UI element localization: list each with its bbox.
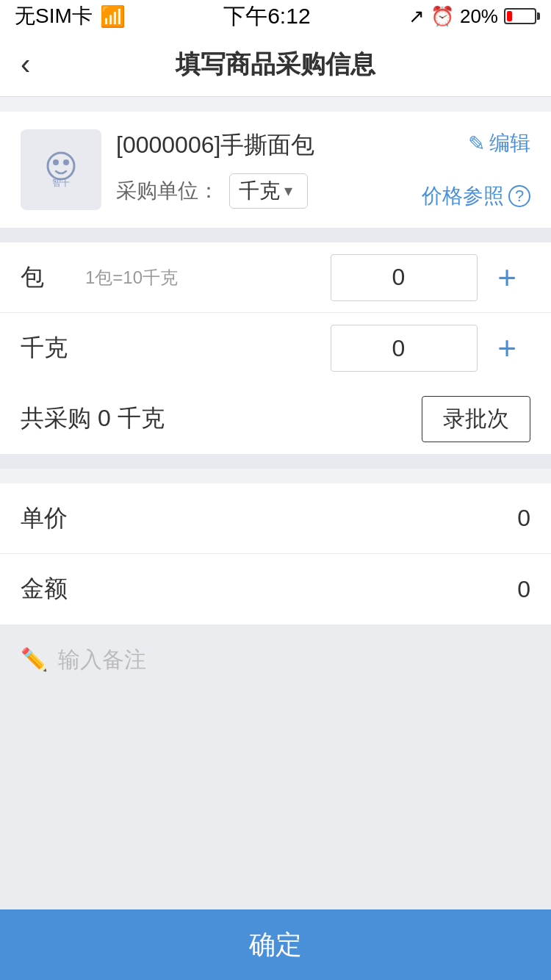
- amount-row: 金额 0: [0, 554, 551, 624]
- alarm-icon: ⏰: [431, 5, 454, 28]
- status-bar: 无SIM卡 📶 下午6:12 ↗ ⏰ 20%: [0, 0, 551, 32]
- page-title: 填写商品采购信息: [176, 48, 375, 82]
- unit-price-label: 单价: [21, 502, 68, 535]
- battery-percent: 20%: [460, 5, 498, 28]
- bag-sublabel: 1包=10千克: [85, 266, 331, 289]
- amount-label: 金额: [21, 573, 68, 605]
- section-divider-1: [0, 228, 551, 242]
- bag-input-row: 包 1包=10千克 +: [0, 242, 551, 313]
- wifi-icon: 📶: [100, 4, 126, 29]
- summary-row: 共采购 0 千克 录批次: [0, 383, 551, 454]
- unit-value: 千克: [239, 177, 280, 205]
- section-divider-2: [0, 454, 551, 469]
- kg-input[interactable]: [331, 325, 478, 372]
- bag-field-wrap: +: [331, 254, 530, 301]
- kg-input-row: 千克 +: [0, 313, 551, 383]
- nav-bar: ‹ 填写商品采购信息: [0, 32, 551, 97]
- svg-point-1: [53, 159, 59, 165]
- product-card: 智十 [0000006]手撕面包 采购单位： 千克 ▾ ✎ 编辑 价格参照 ?: [0, 112, 551, 228]
- unit-label: 采购单位：: [116, 177, 219, 205]
- price-section: 单价 0 金额 0: [0, 483, 551, 624]
- product-logo-svg: 智十: [32, 148, 90, 192]
- kg-field-wrap: +: [331, 325, 530, 372]
- product-image: 智十: [21, 129, 101, 210]
- confirm-button[interactable]: 确定: [0, 909, 551, 980]
- unit-price-value: 0: [517, 505, 530, 532]
- bag-input[interactable]: [331, 254, 478, 301]
- note-section[interactable]: ✏️ 输入备注: [0, 624, 551, 771]
- edit-button[interactable]: ✎ 编辑: [468, 129, 530, 157]
- price-ref-label: 价格参照: [422, 182, 504, 210]
- amount-value: 0: [517, 576, 530, 603]
- location-icon: ↗: [408, 5, 425, 28]
- unit-price-row: 单价 0: [0, 483, 551, 554]
- unit-dropdown-arrow: ▾: [284, 181, 292, 201]
- edit-label: 编辑: [489, 129, 530, 157]
- summary-amount: 0: [98, 405, 111, 431]
- note-placeholder: 输入备注: [58, 645, 146, 675]
- status-left: 无SIM卡 📶: [15, 2, 126, 30]
- summary-text: 共采购 0 千克: [21, 403, 165, 435]
- bag-plus-button[interactable]: +: [483, 254, 530, 301]
- svg-point-0: [48, 153, 74, 179]
- unit-select[interactable]: 千克 ▾: [229, 173, 308, 209]
- svg-point-2: [63, 159, 69, 165]
- status-right: ↗ ⏰ 20%: [408, 5, 536, 28]
- carrier-label: 无SIM卡: [15, 2, 93, 30]
- kg-label: 千克: [21, 332, 79, 364]
- pencil-icon: ✏️: [21, 646, 48, 672]
- record-batch-button[interactable]: 录批次: [422, 396, 530, 442]
- svg-text:智十: 智十: [52, 178, 70, 188]
- input-section: 包 1包=10千克 + 千克 +: [0, 242, 551, 383]
- edit-icon: ✎: [468, 131, 485, 156]
- summary-label: 共采购: [21, 405, 91, 431]
- bag-label: 包: [21, 262, 79, 294]
- back-button[interactable]: ‹: [21, 48, 30, 81]
- summary-unit: 千克: [118, 405, 165, 431]
- status-time: 下午6:12: [223, 1, 310, 32]
- price-ref-button[interactable]: 价格参照 ?: [422, 182, 530, 210]
- kg-plus-button[interactable]: +: [483, 325, 530, 372]
- battery-icon: [504, 8, 536, 24]
- info-icon: ?: [508, 185, 530, 207]
